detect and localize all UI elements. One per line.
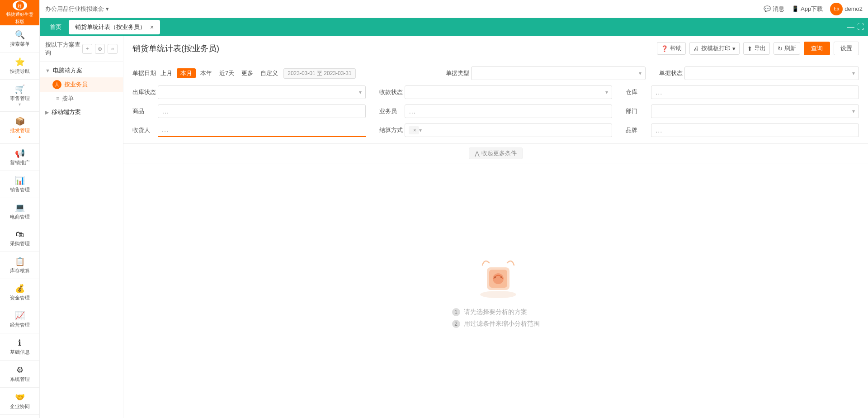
refresh-btn[interactable]: ↻ 刷新 — [774, 42, 800, 55]
sidebar-item-finance[interactable]: 💰 资金管理 — [0, 279, 39, 306]
collapse-btn[interactable]: ⋀ 收起更多条件 — [469, 147, 523, 159]
expand-icon-active: ▴ — [19, 134, 21, 139]
app-download-label: App下载 — [801, 5, 823, 13]
sidebar-item-system[interactable]: ⚙ 系统管理 — [0, 361, 39, 388]
warehouse-control[interactable]: … — [651, 86, 859, 99]
dept-dropdown-icon: ▾ — [852, 108, 855, 114]
consignee-label: 收货人 — [132, 126, 158, 134]
tab-home[interactable]: 首页 — [43, 20, 68, 34]
date-option-custom[interactable]: 自定义 — [258, 68, 281, 78]
user-menu[interactable]: Ea demo2 — [830, 3, 863, 15]
tab-close-btn[interactable]: × — [150, 24, 154, 31]
sidebar-item-procurement[interactable]: 🛍 采购管理 — [0, 225, 39, 252]
settlement-tag: × — [409, 126, 419, 134]
scheme-item-by-order[interactable]: ≡ 按单 — [40, 92, 123, 105]
tab-maximize-icon[interactable]: ⛶ — [857, 23, 864, 31]
tip1-text: 请先选择要分析的方案 — [464, 308, 527, 316]
outbound-control[interactable]: ▾ — [158, 86, 366, 99]
date-filter-item: 单据日期 上月 本月 本年 近7天 更多 自定义 2023- — [132, 68, 432, 79]
export-btn[interactable]: ⬆ 导出 — [743, 42, 770, 55]
print-icon: 🖨 — [693, 45, 699, 52]
expand-icon: ▾ — [19, 102, 21, 107]
filter-area: 单据日期 上月 本月 本年 近7天 更多 自定义 2023- — [123, 60, 868, 144]
consignee-control[interactable]: … — [158, 124, 366, 137]
sidebar-item-label: 库存核算 — [10, 267, 30, 274]
date-option-7days[interactable]: 近7天 — [217, 68, 237, 78]
settings-btn[interactable]: 设置 — [834, 42, 859, 55]
ecommerce-icon: 💻 — [15, 203, 25, 213]
empty-tips: 1 请先选择要分析的方案 2 用过滤条件来缩小分析范围 — [452, 308, 540, 328]
add-scheme-btn[interactable]: + — [82, 44, 92, 54]
scheme-item-by-salesperson[interactable]: 人 按业务员 — [40, 77, 123, 92]
consignee-dots: … — [161, 126, 169, 134]
doc-status-control[interactable]: ▾ — [684, 66, 859, 80]
help-btn[interactable]: ❓ 帮助 — [657, 42, 686, 55]
search-icon: 🔍 — [15, 30, 25, 40]
system-icon: ⚙ — [16, 365, 24, 375]
date-range[interactable]: 2023-03-01 至 2023-03-31 — [283, 68, 355, 79]
sidebar-item-search[interactable]: 🔍 搜索菜单 — [0, 25, 39, 52]
sidebar-item-sales[interactable]: 📊 销售管理 — [0, 171, 39, 198]
brand-control[interactable]: … — [651, 124, 859, 137]
empty-illustration — [473, 254, 519, 299]
sidebar-item-ecommerce[interactable]: 💻 电商管理 — [0, 198, 39, 225]
sidebar-item-label: 电商管理 — [10, 214, 30, 220]
template-print-btn[interactable]: 🖨 按模板打印 ▾ — [689, 42, 740, 55]
sidebar-item-retail[interactable]: 🛒 零售管理 ▾ — [0, 80, 39, 112]
sidebar-item-marketing[interactable]: 📢 营销推广 — [0, 144, 39, 171]
sidebar-item-basic[interactable]: ℹ 基础信息 — [0, 333, 39, 361]
refresh-icon: ↻ — [778, 45, 783, 52]
collapse-panel-btn[interactable]: « — [108, 44, 118, 54]
settlement-clear-btn[interactable]: × — [413, 127, 416, 133]
company-dropdown[interactable]: 办公用品行业模拟账套 ▾ — [45, 5, 109, 13]
app-logo: 好 畅捷通好生意 标版 — [0, 0, 39, 25]
warehouse-label: 仓库 — [626, 88, 651, 96]
sidebar-item-label: 零售管理 — [10, 95, 30, 102]
app-name: 畅捷通好生意 — [6, 11, 33, 18]
collection-control[interactable]: ▾ — [405, 86, 613, 99]
date-option-this-month[interactable]: 本月 — [177, 68, 196, 78]
sidebar-item-operations[interactable]: 📈 经营管理 — [0, 306, 39, 333]
sidebar-item-label: 企业协同 — [10, 403, 30, 410]
retail-icon: 🛒 — [15, 84, 25, 94]
settlement-control[interactable]: × ▾ — [405, 124, 613, 137]
doc-type-control[interactable]: ▾ — [471, 66, 646, 80]
tab-minimize-icon[interactable]: — — [847, 23, 854, 31]
filter-row-1: 单据日期 上月 本月 本年 近7天 更多 自定义 2023- — [132, 66, 859, 80]
date-option-last-month[interactable]: 上月 — [158, 68, 175, 78]
doc-type-filter-item: 单据类型 ▾ — [446, 66, 646, 80]
scheme-item-label: 按业务员 — [64, 81, 88, 89]
department-control[interactable]: ▾ — [651, 104, 859, 118]
topbar-right: 💬 消息 📱 App下载 Ea demo2 — [764, 3, 863, 15]
sidebar-item-quick-nav[interactable]: ⭐ 快捷导航 — [0, 52, 39, 80]
tab-label: 销货单统计表（按业务员） — [75, 23, 146, 31]
export-icon: ⬆ — [747, 45, 752, 52]
message-label: 消息 — [773, 5, 784, 13]
salesperson-dots: … — [409, 107, 416, 115]
sidebar-item-inventory[interactable]: 📋 库存核算 — [0, 252, 39, 279]
message-icon: 💬 — [764, 5, 771, 12]
collection-filter-item: 收款状态 ▾ — [379, 86, 613, 99]
company-name: 办公用品行业模拟账套 — [45, 5, 104, 13]
outbound-dropdown-icon: ▾ — [359, 89, 362, 95]
query-btn[interactable]: 查询 — [804, 42, 830, 55]
doc-status-label: 单据状态 — [659, 69, 684, 77]
settlement-filter-item: 结算方式 × ▾ — [379, 124, 613, 137]
expand-icon: ▼ — [45, 68, 50, 73]
salesperson-control[interactable]: … — [405, 104, 613, 118]
date-option-this-year[interactable]: 本年 — [198, 68, 215, 78]
message-btn[interactable]: 💬 消息 — [764, 5, 784, 13]
sidebar-item-wholesale[interactable]: 📦 批发管理 ▴ — [0, 112, 39, 144]
sidebar-item-enterprise[interactable]: 🤝 企业协同 — [0, 388, 39, 415]
svg-text:好: 好 — [17, 4, 21, 8]
edit-scheme-btn[interactable]: ⊕ — [95, 44, 105, 54]
scheme-group-mobile[interactable]: ▶ 移动端方案 — [40, 105, 123, 119]
scheme-group-desktop[interactable]: ▼ 电脑端方案 — [40, 64, 123, 77]
tab-sales-stats[interactable]: 销货单统计表（按业务员） × — [69, 20, 160, 34]
sidebar-item-guide[interactable]: 🎓 新手引导 — [0, 415, 39, 418]
date-option-more[interactable]: 更多 — [239, 68, 256, 78]
goods-control[interactable]: … — [158, 104, 366, 118]
sidebar-item-label: 基础信息 — [10, 349, 30, 356]
empty-state: 1 请先选择要分析的方案 2 用过滤条件来缩小分析范围 — [123, 163, 868, 418]
app-download-btn[interactable]: 📱 App下载 — [792, 5, 823, 13]
